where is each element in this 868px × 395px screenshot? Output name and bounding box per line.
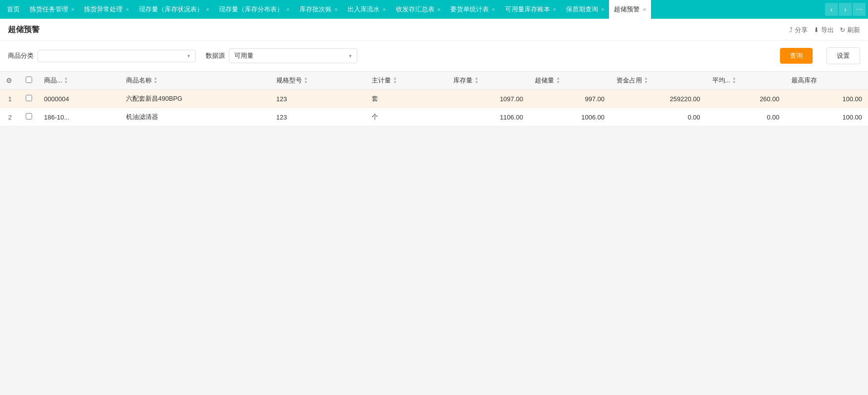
nav-expiry-query[interactable]: 保质期查询 × (561, 0, 609, 19)
nav-batch-account[interactable]: 库存批次账 × (295, 0, 343, 19)
th-spec[interactable]: 规格型号 ▲▼ (270, 72, 366, 90)
table-header-row: ⚙ 商品... ▲▼ 商品名称 ▲▼ (0, 72, 868, 90)
th-avg[interactable]: 平均... ▲▼ (706, 72, 785, 90)
datasource-value: 可用量 (234, 51, 254, 60)
nav-prev-button[interactable]: ‹ (825, 3, 838, 16)
th-overstock[interactable]: 超储量 ▲▼ (529, 72, 610, 90)
nav-task-management[interactable]: 拣货任务管理 × (25, 0, 79, 19)
sort-icon: ▲▼ (304, 77, 308, 84)
datasource-label: 数据源 (206, 51, 225, 60)
close-icon[interactable]: × (601, 6, 604, 12)
cell-capital: 0.00 (610, 108, 706, 126)
filter-bar: 商品分类 ▾ 数据源 可用量 ▾ 查询 设置 (0, 40, 868, 71)
th-settings: ⚙ (0, 72, 20, 90)
th-unit[interactable]: 主计量 ▲▼ (366, 72, 447, 90)
nav-arrow-controls: ‹ › ⋯ (825, 3, 866, 16)
cell-max-stock: 100.00 (785, 90, 868, 108)
sort-icon: ▲▼ (154, 77, 158, 84)
close-icon[interactable]: × (126, 6, 129, 12)
close-icon[interactable]: × (71, 6, 74, 12)
close-icon[interactable]: × (643, 6, 646, 12)
nav-exception-handling[interactable]: 拣货异常处理 × (79, 0, 133, 19)
row-checkbox-cell (20, 90, 38, 108)
cell-product-name: 六配套新昌490BPG (120, 90, 270, 108)
cell-product-name: 机油滤清器 (120, 108, 270, 126)
page-container: 超储预警 ⤴ 分享 ⬇ 导出 ↻ 刷新 商品分类 ▾ 数据源 (0, 19, 868, 126)
export-icon: ⬇ (814, 26, 819, 34)
sort-icon: ▲▼ (556, 77, 560, 84)
cell-product-code: 186-10... (38, 108, 120, 126)
cell-capital: 259220.00 (610, 90, 706, 108)
share-icon: ⤴ (789, 26, 793, 34)
cell-avg: 0.00 (706, 108, 785, 126)
th-capital[interactable]: 资金占用 ▲▼ (610, 72, 706, 90)
settings-button[interactable]: 设置 (826, 47, 860, 64)
sort-icon: ▲▼ (732, 77, 736, 84)
overstock-table: ⚙ 商品... ▲▼ 商品名称 ▲▼ (0, 71, 868, 126)
nav-stock-distribution[interactable]: 现存量（库存分布表） × (214, 0, 294, 19)
row-checkbox-cell (20, 108, 38, 126)
table-body: 1 0000004 六配套新昌490BPG 123 套 1097.00 997.… (0, 90, 868, 126)
datasource-filter: 数据源 可用量 ▾ (206, 48, 357, 63)
nav-home[interactable]: 首页 (2, 0, 25, 19)
close-icon[interactable]: × (553, 6, 556, 12)
page-title: 超储预警 (8, 25, 40, 35)
nav-next-button[interactable]: › (839, 3, 852, 16)
cell-stock: 1106.00 (447, 108, 529, 126)
nav-summary-table[interactable]: 收发存汇总表 × (391, 0, 445, 19)
nav-expand-button[interactable]: ⋯ (853, 3, 866, 16)
datasource-select[interactable]: 可用量 ▾ (229, 48, 357, 63)
row-checkbox[interactable] (26, 113, 32, 119)
row-number: 2 (0, 108, 20, 126)
sort-icon: ▲▼ (644, 77, 648, 84)
close-icon[interactable]: × (206, 6, 209, 12)
cell-product-code: 0000004 (38, 90, 120, 108)
cell-unit: 个 (366, 108, 447, 126)
top-navigation: 首页 拣货任务管理 × 拣货异常处理 × 现存量（库存状况表） × 现存量（库存… (0, 0, 868, 19)
th-stock[interactable]: 库存量 ▲▼ (447, 72, 529, 90)
th-product-name[interactable]: 商品名称 ▲▼ (120, 72, 270, 90)
cell-spec: 123 (270, 108, 366, 126)
close-icon[interactable]: × (492, 6, 495, 12)
close-icon[interactable]: × (286, 6, 289, 12)
cell-unit: 套 (366, 90, 447, 108)
th-product-code[interactable]: 商品... ▲▼ (38, 72, 120, 90)
category-filter: 商品分类 ▾ (8, 50, 196, 62)
table-row: 2 186-10... 机油滤清器 123 个 1106.00 1006.00 … (0, 108, 868, 126)
table-row: 1 0000004 六配套新昌490BPG 123 套 1097.00 997.… (0, 90, 868, 108)
select-all-checkbox[interactable] (26, 77, 32, 83)
chevron-down-icon: ▾ (349, 53, 352, 59)
header-actions: ⤴ 分享 ⬇ 导出 ↻ 刷新 (789, 26, 860, 35)
cell-stock: 1097.00 (447, 90, 529, 108)
th-checkbox (20, 72, 38, 90)
sort-icon: ▲▼ (475, 77, 478, 84)
cell-max-stock: 100.00 (785, 108, 868, 126)
row-number: 1 (0, 90, 20, 108)
chevron-down-icon: ▾ (187, 53, 190, 59)
close-icon[interactable]: × (383, 6, 386, 12)
category-select[interactable]: ▾ (38, 50, 196, 62)
close-icon[interactable]: × (437, 6, 440, 12)
cell-avg: 260.00 (706, 90, 785, 108)
nav-available-stock[interactable]: 可用量库存账本 × (500, 0, 561, 19)
nav-inout-flow[interactable]: 出入库流水 × (343, 0, 391, 19)
cell-overstock: 1006.00 (529, 108, 610, 126)
export-button[interactable]: ⬇ 导出 (814, 26, 834, 35)
refresh-button[interactable]: ↻ 刷新 (840, 26, 860, 35)
th-max-stock[interactable]: 最高库存 (785, 72, 868, 90)
share-button[interactable]: ⤴ 分享 (789, 26, 808, 35)
page-header: 超储预警 ⤴ 分享 ⬇ 导出 ↻ 刷新 (0, 19, 868, 40)
nav-demand-stats[interactable]: 要货单统计表 × (445, 0, 500, 19)
category-label: 商品分类 (8, 51, 34, 60)
settings-icon[interactable]: ⚙ (6, 77, 12, 84)
cell-spec: 123 (270, 90, 366, 108)
query-button[interactable]: 查询 (780, 48, 813, 64)
data-table-wrapper: ⚙ 商品... ▲▼ 商品名称 ▲▼ (0, 71, 868, 126)
row-checkbox[interactable] (26, 95, 32, 101)
sort-icon: ▲▼ (64, 77, 68, 84)
refresh-icon: ↻ (840, 26, 845, 34)
nav-stock-status[interactable]: 现存量（库存状况表） × (134, 0, 214, 19)
cell-overstock: 997.00 (529, 90, 610, 108)
close-icon[interactable]: × (335, 6, 338, 12)
nav-overstock-warning[interactable]: 超储预警 × (609, 0, 651, 19)
